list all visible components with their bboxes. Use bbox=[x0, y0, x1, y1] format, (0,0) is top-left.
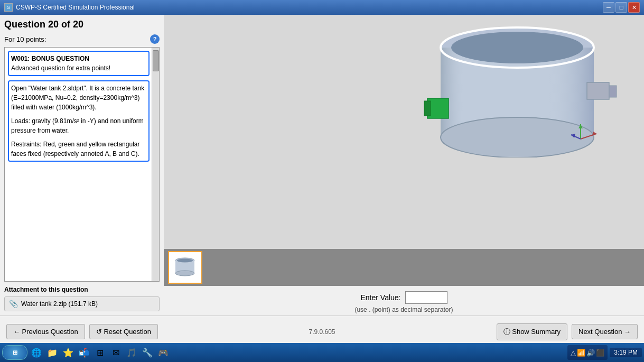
scrollbar[interactable] bbox=[152, 48, 159, 281]
question-title: Question 20 of 20 bbox=[4, 19, 160, 30]
taskbar-icon-settings[interactable]: 🔧 bbox=[141, 346, 154, 359]
question-scroll-area[interactable]: W001: BONUS QUESTION Advanced question f… bbox=[5, 48, 159, 281]
attachment-filename: Water tank 2.zip (151.7 kB) bbox=[21, 300, 98, 308]
taskbar-icon-windows[interactable]: ⊞ bbox=[93, 346, 107, 359]
enter-value-section: Enter Value: (use . (point) as decimal s… bbox=[164, 286, 644, 315]
minimize-button[interactable]: ─ bbox=[603, 2, 614, 13]
main-question-box: Open "Water tank 2.sldprt". It is a conc… bbox=[8, 80, 150, 162]
thumbnail-strip bbox=[164, 249, 644, 286]
points-row: For 10 points: ? bbox=[4, 34, 160, 44]
question-loads-text: Loads: gravity (9.81m/s² in -Y) and non … bbox=[11, 116, 146, 135]
app-title: CSWP-S Certified Simulation Professional bbox=[16, 4, 600, 11]
points-label: For 10 points: bbox=[4, 35, 46, 43]
svg-point-3 bbox=[441, 117, 594, 157]
help-icon[interactable]: ? bbox=[150, 34, 160, 44]
enter-value-input[interactable] bbox=[405, 291, 447, 304]
scrollbar-thumb[interactable] bbox=[153, 50, 159, 71]
window-controls[interactable]: ─ □ ✕ bbox=[603, 2, 640, 13]
bonus-title: W001: BONUS QUESTION bbox=[11, 54, 146, 63]
enter-value-row: Enter Value: bbox=[360, 291, 447, 304]
taskbar-icon-favorites[interactable]: ⭐ bbox=[61, 346, 75, 359]
left-panel: Question 20 of 20 For 10 points: ? W001:… bbox=[0, 15, 164, 315]
system-clock[interactable]: 3:19 PM bbox=[610, 348, 642, 357]
bottom-toolbar: ← Previous Question ↺ Reset Question 7.9… bbox=[0, 315, 644, 347]
tray-volume-icon[interactable]: 🔊 bbox=[586, 349, 595, 357]
maximize-button[interactable]: □ bbox=[615, 2, 627, 13]
decimal-hint: (use . (point) as decimal separator) bbox=[354, 306, 453, 313]
attachment-button[interactable]: 📎 Water tank 2.zip (151.7 kB) bbox=[4, 296, 160, 311]
system-tray[interactable]: △ 📶 🔊 ⬛ bbox=[567, 345, 608, 360]
taskbar-icon-media[interactable]: 🎵 bbox=[125, 346, 138, 359]
app-icon: S bbox=[4, 3, 13, 12]
taskbar-icon-explorer[interactable]: 📁 bbox=[45, 346, 59, 359]
svg-rect-8 bbox=[587, 82, 609, 99]
start-button[interactable]: ⊞ bbox=[2, 345, 27, 360]
bonus-box: W001: BONUS QUESTION Advanced question f… bbox=[8, 51, 150, 76]
paperclip-icon: 📎 bbox=[9, 300, 18, 308]
version-text: 7.9.0.605 bbox=[309, 328, 335, 336]
right-panel: Enter Value: (use . (point) as decimal s… bbox=[164, 15, 644, 315]
taskbar-icon-browser[interactable]: 🌐 bbox=[30, 346, 43, 359]
taskbar-icon-chat[interactable]: ✉ bbox=[109, 346, 123, 359]
svg-point-5 bbox=[451, 32, 583, 63]
svg-rect-9 bbox=[609, 86, 617, 97]
reset-question-button[interactable]: ↺ Reset Question bbox=[89, 324, 158, 339]
tray-network-icon[interactable]: 📶 bbox=[577, 349, 585, 357]
show-summary-button[interactable]: ⓘ Show Summary bbox=[497, 323, 567, 340]
viewer-main bbox=[164, 15, 644, 249]
attachment-label: Attachment to this question bbox=[4, 286, 160, 293]
question-main-text: Open "Water tank 2.sldprt". It is a conc… bbox=[11, 83, 146, 112]
question-text-container: W001: BONUS QUESTION Advanced question f… bbox=[4, 47, 160, 282]
close-button[interactable]: ✕ bbox=[628, 2, 640, 13]
enter-value-label: Enter Value: bbox=[360, 293, 400, 302]
next-question-button[interactable]: Next Question → bbox=[572, 324, 638, 339]
svg-rect-7 bbox=[424, 101, 431, 116]
taskbar: ⊞ 🌐 📁 ⭐ 📬 ⊞ ✉ 🎵 🔧 🎮 △ 📶 🔊 ⬛ 3:19 PM bbox=[0, 343, 644, 362]
svg-point-18 bbox=[175, 271, 194, 276]
main-content: Question 20 of 20 For 10 points: ? W001:… bbox=[0, 15, 644, 315]
tank-3d-view bbox=[417, 20, 618, 157]
svg-point-19 bbox=[177, 259, 193, 263]
title-bar: S CSWP-S Certified Simulation Profession… bbox=[0, 0, 644, 15]
tray-power-icon[interactable]: ⬛ bbox=[596, 349, 604, 357]
taskbar-icon-mail[interactable]: 📬 bbox=[77, 346, 91, 359]
bonus-extra: Advanced question for extra points! bbox=[11, 63, 146, 73]
thumbnail-item[interactable] bbox=[168, 251, 202, 284]
question-restraints-text: Restraints: Red, green and yellow rectan… bbox=[11, 140, 146, 159]
tray-arrow-icon[interactable]: △ bbox=[571, 349, 576, 357]
taskbar-icon-game[interactable]: 🎮 bbox=[156, 346, 170, 359]
prev-question-button[interactable]: ← Previous Question bbox=[6, 324, 85, 339]
